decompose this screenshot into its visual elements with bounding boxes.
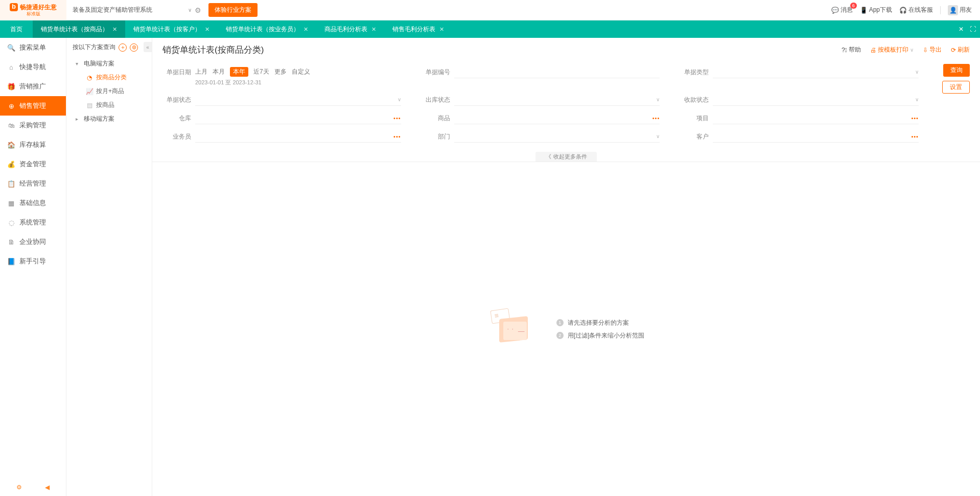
more-icon: ••• [911,133,919,140]
filter-label: 商品 [422,112,454,123]
money-icon: 💰 [7,161,15,168]
date-custom[interactable]: 自定义 [292,67,310,76]
messages-button[interactable]: 💬 消息 6 [831,6,853,14]
date-this-month[interactable]: 本月 [213,67,225,76]
salesperson-picker[interactable]: ••• [195,130,401,143]
gear-icon[interactable]: ⚙ [16,484,22,491]
product-picker[interactable]: ••• [454,112,660,124]
sidebar-enterprise[interactable]: 🗎企业协同 [0,232,66,252]
scheme-label: 按商品分类 [96,73,127,82]
gear-icon[interactable]: ⚙ [195,6,201,14]
filter-label: 部门 [422,130,454,141]
caret-right-icon: ▸ [76,116,81,122]
scheme-settings-icon[interactable]: ⊚ [130,43,138,52]
sidebar-sales-mgmt[interactable]: ⊕销售管理 [0,96,66,116]
project-picker[interactable]: ••• [713,112,919,124]
print-button[interactable]: 🖨按模板打印∨ [870,46,914,54]
date-range-display: 2023-01-01 至 2023-12-31 [195,79,401,86]
sidebar-inventory[interactable]: 🏠库存核算 [0,135,66,154]
book-icon: 📘 [7,258,15,265]
sidebar-marketing[interactable]: 🎁营销推广 [0,77,66,96]
add-scheme-icon[interactable]: ＋ [119,43,127,52]
user-menu[interactable]: 👤 用友 [948,5,972,15]
collapse-filters-button[interactable]: 《 收起更多条件 [535,152,597,162]
sidebar-system-mgmt[interactable]: ◌系统管理 [0,213,66,232]
bag-icon: 🛍 [7,122,15,129]
collapse-sidebar-icon[interactable]: ◀ [45,484,50,491]
doc-no-input[interactable] [454,66,660,78]
close-icon[interactable]: ✕ [205,26,209,33]
scheme-group-desktop[interactable]: ▾ 电脑端方案 [73,57,149,71]
empty-illustration [488,306,544,352]
help-button[interactable]: ?⃝帮助 [842,46,861,54]
more-icon: ••• [911,115,919,121]
empty-step-1: 1请先选择要分析的方案 [556,317,645,329]
tab-sales-by-product[interactable]: 销货单统计表（按商品）✕ [33,20,125,38]
sidebar-label: 系统管理 [19,218,46,227]
chevron-down-icon: ∨ [398,97,401,102]
tab-sales-profit[interactable]: 销售毛利分析表✕ [384,20,452,38]
filter-doc-no: 单据编号 [422,63,660,91]
tab-sales-by-customer[interactable]: 销货单统计表（按客户）✕ [125,20,218,38]
tab-label: 销售毛利分析表 [392,25,435,34]
filter-label: 客户 [680,130,713,141]
doc-status-select[interactable]: ∨ [195,94,401,106]
filter-label: 单据状态 [162,94,195,104]
date-last-month[interactable]: 上月 [195,67,207,76]
query-button[interactable]: 查询 [943,64,970,77]
system-selector[interactable]: 装备及固定资产辅助管理系统 ∨ [73,6,192,14]
sidebar-search-menu[interactable]: 🔍搜索菜单 [0,38,66,57]
date-this-year[interactable]: 本年 [230,67,248,77]
tab-label: 商品毛利分析表 [324,25,367,34]
avatar-icon: 👤 [948,5,958,15]
group-label: 电脑端方案 [84,59,114,68]
date-last-7d[interactable]: 近7天 [253,67,269,76]
trial-industry-button[interactable]: 体验行业方案 [208,3,258,17]
sidebar-footer: ⚙ ◀ [0,479,66,496]
scheme-by-month-product[interactable]: 📈 按月+商品 [73,84,149,98]
sidebar-basic-info[interactable]: ▦基础信息 [0,193,66,213]
warehouse-picker[interactable]: ••• [195,112,401,124]
more-icon: ••• [393,133,401,140]
sidebar-label: 快捷导航 [19,62,46,72]
out-status-select[interactable]: ∨ [454,94,660,106]
fullscreen-icon[interactable]: ⛶ [970,26,976,33]
scheme-by-product[interactable]: ▤ 按商品 [73,98,149,112]
double-chevron-up-icon: 《 [546,153,551,161]
logo-icon [10,3,18,11]
page-header: 销货单统计表(按商品分类) ?⃝帮助 🖨按模板打印∨ ⇩导出 ⟳刷新 [152,38,980,61]
date-more[interactable]: 更多 [274,67,287,76]
table-icon: ▤ [86,102,93,109]
close-icon[interactable]: ✕ [304,26,308,33]
close-icon[interactable]: ✕ [439,26,444,33]
sidebar-quick-nav[interactable]: ⌂快捷导航 [0,57,66,77]
doc-type-select[interactable]: ∨ [713,66,919,78]
sidebar-funds[interactable]: 💰资金管理 [0,154,66,174]
customer-picker[interactable]: ••• [713,130,919,143]
tabstrip: 首页 销货单统计表（按商品）✕ 销货单统计表（按客户）✕ 销货单统计表（按业务员… [0,20,980,38]
chevron-down-icon: ∨ [915,97,919,102]
refresh-button[interactable]: ⟳刷新 [951,46,970,54]
sidebar-purchase-mgmt[interactable]: 🛍采购管理 [0,116,66,135]
sidebar-guide[interactable]: 📘新手引导 [0,252,66,271]
scheme-label: 按商品 [96,101,114,109]
sidebar-operations[interactable]: 📋经营管理 [0,174,66,193]
department-select[interactable]: ∨ [454,130,660,143]
pay-status-select[interactable]: ∨ [713,94,919,106]
close-all-icon[interactable]: ✕ [959,26,964,33]
scheme-group-mobile[interactable]: ▸ 移动端方案 [73,112,149,126]
online-service-button[interactable]: 🎧 在线客服 [899,6,933,14]
caret-down-icon: ▾ [76,61,81,66]
collapse-panel-icon[interactable]: « [144,42,152,52]
scheme-by-product-category[interactable]: ◔ 按商品分类 [73,71,149,84]
export-button[interactable]: ⇩导出 [923,46,942,54]
close-icon[interactable]: ✕ [112,26,117,33]
close-icon[interactable]: ✕ [371,26,376,33]
brand-logo[interactable]: 畅捷通好生意 标准版 [0,0,66,20]
tab-sales-by-salesperson[interactable]: 销货单统计表（按业务员）✕ [218,20,316,38]
settings-button[interactable]: 设置 [942,81,970,94]
tab-home[interactable]: 首页 [0,20,33,38]
tab-label: 销货单统计表（按客户） [133,25,201,34]
tab-product-profit[interactable]: 商品毛利分析表✕ [316,20,384,38]
app-download-button[interactable]: 📱 App下载 [860,6,892,14]
